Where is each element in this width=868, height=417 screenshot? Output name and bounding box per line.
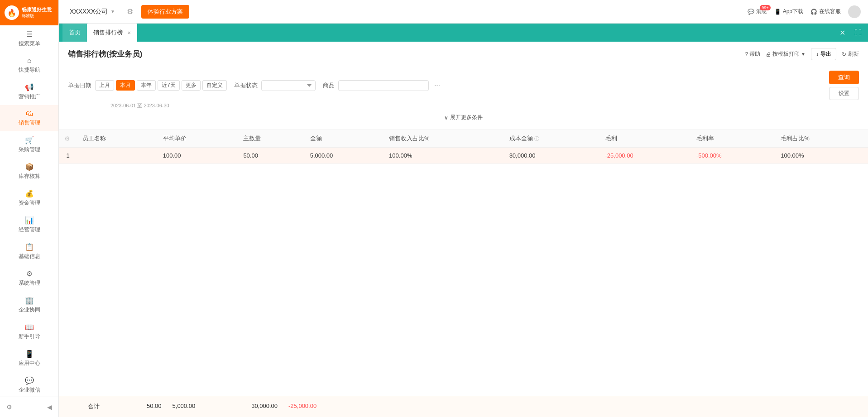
th-main-qty: 主数量 — [238, 130, 304, 148]
tab-close-icon[interactable]: ✕ — [127, 30, 131, 35]
sidebar-item-inventory[interactable]: 📦 库存核算 — [0, 158, 58, 185]
sidebar-item-operation[interactable]: 📊 经营管理 — [0, 211, 58, 238]
sidebar-item-guide[interactable]: 📖 新手引导 — [0, 318, 58, 345]
filter-area: 单据日期 上月 本月 本年 近7天 更多 自定义 单据状态 — [59, 65, 868, 130]
tab-sales-ranking[interactable]: 销售排行榜 ✕ — [87, 24, 137, 42]
marketing-icon: 📢 — [25, 83, 34, 91]
sidebar-item-search[interactable]: ☰ 搜索菜单 — [0, 25, 58, 52]
table-row: 1 100.00 50.00 5,000.00 100.00% 30,000.0… — [59, 148, 868, 164]
custom-date-btn[interactable]: 自定义 — [202, 80, 227, 91]
sidebar-settings-btn[interactable]: ⚙ — [5, 402, 14, 412]
status-select[interactable] — [261, 80, 316, 91]
sidebar: 🔥 畅康通好生意 标准版 ☰ 搜索菜单 ⌂ 快捷导航 📢 营销推广 🛍 销售管理… — [0, 0, 59, 417]
sidebar-item-marketing[interactable]: 📢 营销推广 — [0, 78, 58, 105]
sidebar-item-quick-nav-label: 快捷导航 — [19, 66, 40, 74]
logo-icon: 🔥 — [5, 5, 19, 20]
tab-close-window-icon[interactable]: ✕ — [837, 28, 848, 38]
page-container: 销售排行榜(按业务员) ? 帮助 🖨 按模板打印 ▼ ↓ 导出 — [59, 42, 868, 417]
sidebar-item-finance[interactable]: 💰 资金管理 — [0, 185, 58, 211]
date-buttons: 上月 本月 本年 近7天 更多 自定义 — [95, 80, 227, 91]
td-main-qty: 50.00 — [238, 148, 304, 164]
sidebar-item-purchase-label: 采购管理 — [19, 146, 40, 153]
sidebar-item-app-center[interactable]: 📱 应用中心 — [0, 345, 58, 372]
th-gross-pct: 毛利占比% — [775, 130, 868, 148]
company-selector[interactable]: XXXXXX公司 ▼ — [66, 6, 119, 18]
tab-sales-ranking-label: 销售排行榜 — [93, 29, 123, 37]
sidebar-collapse-btn[interactable]: ◀ — [45, 402, 54, 412]
export-btn[interactable]: ↓ 导出 — [811, 48, 836, 60]
chevron-down-expand-icon: ∨ — [444, 115, 448, 121]
tab-home[interactable]: 首页 — [62, 24, 87, 42]
current-month-btn[interactable]: 本月 — [116, 80, 135, 91]
sidebar-item-purchase[interactable]: 🛒 采购管理 — [0, 131, 58, 158]
footer-settings-placeholder — [64, 401, 82, 412]
template-print-btn[interactable]: 🖨 按模板打印 ▼ — [766, 50, 806, 58]
tabbar-actions: ✕ ⛶ — [837, 28, 864, 38]
home-icon: ⌂ — [27, 57, 32, 65]
chevron-down-icon: ▼ — [110, 9, 115, 14]
th-avg-price: 平均单价 — [158, 130, 238, 148]
table-header-row: ⚙ 员工名称 平均单价 主数量 全额 销售收入占比% 成本全额 ⓘ 毛利 毛利率… — [59, 130, 868, 148]
status-filter: 单据状态 — [234, 80, 316, 91]
inventory-icon: 📦 — [25, 163, 34, 171]
td-name — [77, 148, 158, 164]
sidebar-item-quick-nav[interactable]: ⌂ 快捷导航 — [0, 52, 58, 78]
more-filters-btn[interactable]: ··· — [432, 81, 442, 90]
tab-expand-icon[interactable]: ⛶ — [852, 28, 864, 38]
more-date-btn[interactable]: 更多 — [182, 80, 201, 91]
topbar-right: 💬 消息 99+ 📱 App下载 🎧 在线客服 — [748, 5, 861, 18]
sales-icon: 🛍 — [26, 110, 33, 118]
sidebar-item-app-center-label: 应用中心 — [19, 359, 40, 367]
footer-sales-pct-placeholder — [201, 401, 246, 412]
settings-gear-icon[interactable]: ⚙ — [123, 5, 137, 18]
current-year-btn[interactable]: 本年 — [137, 80, 156, 91]
help-btn[interactable]: ? 帮助 — [745, 50, 760, 58]
td-gross: -25,000.00 — [600, 148, 691, 164]
guide-icon: 📖 — [25, 323, 34, 331]
goods-input[interactable] — [338, 80, 429, 91]
sidebar-nav: ☰ 搜索菜单 ⌂ 快捷导航 📢 营销推广 🛍 销售管理 🛒 采购管理 📦 库存核… — [0, 25, 58, 397]
basic-info-icon: 📋 — [25, 243, 34, 251]
wechat-icon: 💬 — [25, 376, 34, 385]
column-settings-icon[interactable]: ⚙ — [64, 135, 70, 142]
goods-filter-label: 商品 — [323, 81, 335, 90]
app-download-btn[interactable]: 📱 App下载 — [774, 8, 803, 15]
filter-action-buttons: 查询 设置 — [829, 71, 859, 100]
sidebar-item-basic-info[interactable]: 📋 基础信息 — [0, 238, 58, 265]
company-name: XXXXXX公司 — [70, 8, 108, 16]
setting-btn[interactable]: 设置 — [829, 87, 859, 100]
app-download-icon: 📱 — [774, 9, 781, 15]
sidebar-item-enterprise[interactable]: 🏢 企业协同 — [0, 292, 58, 318]
message-btn[interactable]: 💬 消息 99+ — [748, 8, 767, 15]
query-btn[interactable]: 查询 — [829, 71, 859, 84]
search-menu-icon: ☰ — [26, 30, 33, 38]
filter-expand-row: ∨ 展开更多条件 — [68, 109, 859, 124]
refresh-btn[interactable]: ↻ 刷新 — [842, 50, 859, 58]
sidebar-item-wechat[interactable]: 💬 企业微信 — [0, 372, 58, 397]
sidebar-item-finance-label: 资金管理 — [19, 199, 40, 207]
footer-main-qty: 50.00 — [141, 401, 167, 412]
purchase-icon: 🛒 — [25, 136, 34, 144]
sidebar-item-marketing-label: 营销推广 — [19, 93, 40, 101]
content-area: 销售排行榜(按业务员) ? 帮助 🖨 按模板打印 ▼ ↓ 导出 — [59, 42, 868, 417]
topbar: XXXXXX公司 ▼ ⚙ 体验行业方案 💬 消息 99+ 📱 App下载 🎧 在… — [59, 0, 868, 24]
prev-month-btn[interactable]: 上月 — [95, 80, 114, 91]
td-rank: 1 — [59, 148, 77, 164]
page-actions: ? 帮助 🖨 按模板打印 ▼ ↓ 导出 ↻ 刷新 — [745, 48, 859, 60]
sidebar-item-operation-label: 经营管理 — [19, 226, 40, 234]
last7days-btn[interactable]: 近7天 — [158, 80, 180, 91]
filter-row: 单据日期 上月 本月 本年 近7天 更多 自定义 单据状态 — [68, 71, 859, 100]
online-service-btn[interactable]: 🎧 在线客服 — [810, 8, 841, 15]
rankings-table: ⚙ 员工名称 平均单价 主数量 全额 销售收入占比% 成本全额 ⓘ 毛利 毛利率… — [59, 130, 868, 164]
print-icon: 🖨 — [766, 51, 771, 58]
logo-subtitle: 标准版 — [22, 13, 52, 19]
sidebar-item-sales[interactable]: 🛍 销售管理 — [0, 105, 58, 131]
footer-amount: 5,000.00 — [167, 401, 201, 412]
avatar[interactable] — [848, 5, 861, 18]
message-badge: 99+ — [760, 5, 770, 10]
main-area: XXXXXX公司 ▼ ⚙ 体验行业方案 💬 消息 99+ 📱 App下载 🎧 在… — [59, 0, 868, 417]
footer-avg-price-placeholder — [105, 401, 141, 412]
sidebar-item-system[interactable]: ⚙ 系统管理 — [0, 265, 58, 292]
trial-btn[interactable]: 体验行业方案 — [141, 5, 189, 19]
expand-more-btn[interactable]: ∨ 展开更多条件 — [440, 112, 487, 123]
